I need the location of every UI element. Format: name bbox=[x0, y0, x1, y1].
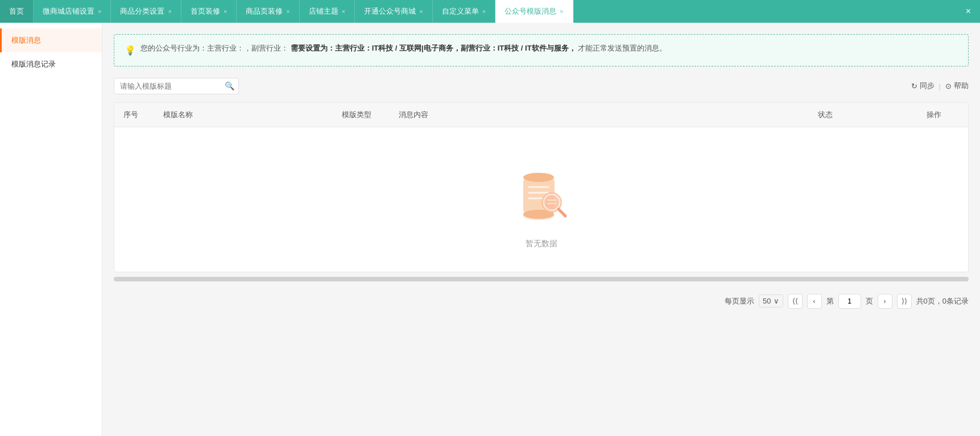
search-right: ↻ 同步 | ⊙ 帮助 bbox=[911, 81, 969, 91]
next-page-button[interactable]: › bbox=[878, 294, 892, 309]
tab-custom-menu[interactable]: 自定义菜单 × bbox=[433, 0, 495, 23]
page-size-select[interactable]: 50 ∨ bbox=[759, 294, 783, 308]
svg-line-9 bbox=[559, 209, 565, 216]
search-input[interactable] bbox=[114, 78, 239, 94]
prev-page-button[interactable]: ‹ bbox=[807, 294, 822, 309]
col-header-name: 模版名称 bbox=[154, 103, 333, 127]
close-tab-template-message[interactable]: × bbox=[560, 8, 563, 15]
divider: | bbox=[939, 82, 941, 90]
tab-home[interactable]: 首页 bbox=[0, 0, 34, 23]
notice-prefix: 您的公众号行业为：主营行业：，副营行业： bbox=[140, 44, 288, 52]
first-page-button[interactable]: ⟨⟨ bbox=[788, 294, 803, 309]
last-page-button[interactable]: ⟩⟩ bbox=[897, 294, 912, 309]
page-label: 第 bbox=[826, 296, 834, 306]
close-tab-category-settings[interactable]: × bbox=[168, 8, 171, 15]
col-header-seq: 序号 bbox=[114, 103, 154, 127]
col-header-action: 操作 bbox=[900, 103, 968, 127]
page-size-label: 每页显示 bbox=[725, 296, 754, 306]
tab-product-decoration[interactable]: 商品页装修 × bbox=[237, 0, 299, 23]
help-icon: ⊙ bbox=[945, 82, 952, 90]
tab-template-message[interactable]: 公众号模版消息 × bbox=[495, 0, 573, 23]
help-button[interactable]: ⊙ 帮助 bbox=[945, 81, 969, 91]
tab-category-settings[interactable]: 商品分类设置 × bbox=[111, 0, 181, 23]
search-left: 🔍 bbox=[114, 78, 239, 94]
close-tab-open-mall[interactable]: × bbox=[419, 8, 423, 15]
data-table: 序号 模版名称 模版类型 消息内容 状态 操作 bbox=[114, 102, 969, 272]
horizontal-scrollbar[interactable] bbox=[114, 277, 969, 281]
pagination: 每页显示 50 ∨ ⟨⟨ ‹ 第 页 › ⟩⟩ 共0页，0条记录 bbox=[114, 288, 969, 311]
main-layout: 模版消息 模版消息记录 💡 您的公众号行业为：主营行业：，副营行业： 需要设置为… bbox=[0, 23, 980, 436]
content-area: 💡 您的公众号行业为：主营行业：，副营行业： 需要设置为：主营行业：IT科技 /… bbox=[102, 23, 980, 436]
empty-text: 暂无数据 bbox=[526, 239, 557, 249]
col-header-type: 模版类型 bbox=[333, 103, 390, 127]
page-number-input[interactable] bbox=[838, 294, 861, 309]
notice-icon: 💡 bbox=[125, 43, 136, 58]
sidebar-item-template-message[interactable]: 模版消息 bbox=[0, 28, 102, 52]
tab-store-theme[interactable]: 店铺主题 × bbox=[300, 0, 355, 23]
close-tab-custom-menu[interactable]: × bbox=[482, 8, 486, 15]
tab-bar-global-close[interactable]: × bbox=[957, 0, 980, 23]
col-header-status: 状态 bbox=[809, 103, 900, 127]
sidebar-item-template-message-log[interactable]: 模版消息记录 bbox=[0, 52, 102, 76]
close-tab-shop-settings[interactable]: × bbox=[98, 8, 101, 15]
table-header: 序号 模版名称 模版类型 消息内容 状态 操作 bbox=[114, 103, 968, 127]
sync-icon: ↻ bbox=[911, 82, 917, 90]
sidebar: 模版消息 模版消息记录 bbox=[0, 23, 102, 436]
search-icon[interactable]: 🔍 bbox=[225, 81, 234, 90]
close-tab-home-decoration[interactable]: × bbox=[224, 8, 227, 15]
page-unit: 页 bbox=[866, 296, 873, 306]
page-total: 共0页，0条记录 bbox=[916, 296, 969, 306]
close-tab-store-theme[interactable]: × bbox=[342, 8, 345, 15]
search-bar: 🔍 ↻ 同步 | ⊙ 帮助 bbox=[114, 78, 969, 94]
svg-point-2 bbox=[523, 173, 554, 182]
notice-content: 您的公众号行业为：主营行业：，副营行业： 需要设置为：主营行业：IT科技 / 互… bbox=[140, 43, 667, 55]
empty-state: 暂无数据 bbox=[114, 127, 968, 272]
empty-illustration bbox=[507, 161, 576, 230]
notice-box: 💡 您的公众号行业为：主营行业：，副营行业： 需要设置为：主营行业：IT科技 /… bbox=[114, 34, 969, 67]
sync-button[interactable]: ↻ 同步 bbox=[911, 81, 934, 91]
notice-suffix: 才能正常发送预置的消息。 bbox=[578, 44, 667, 52]
tab-open-mall[interactable]: 开通公众号商城 × bbox=[355, 0, 432, 23]
tab-bar: 首页 微商城店铺设置 × 商品分类设置 × 首页装修 × 商品页装修 × 店铺主… bbox=[0, 0, 980, 23]
dropdown-icon: ∨ bbox=[774, 297, 779, 305]
close-tab-product-decoration[interactable]: × bbox=[286, 8, 290, 15]
search-input-wrap: 🔍 bbox=[114, 78, 239, 94]
tab-home-decoration[interactable]: 首页装修 × bbox=[181, 0, 237, 23]
notice-highlight: 需要设置为：主营行业：IT科技 / 互联网|电子商务，副营行业：IT科技 / I… bbox=[291, 44, 576, 52]
tab-shop-settings[interactable]: 微商城店铺设置 × bbox=[34, 0, 111, 23]
col-header-content: 消息内容 bbox=[390, 103, 809, 127]
